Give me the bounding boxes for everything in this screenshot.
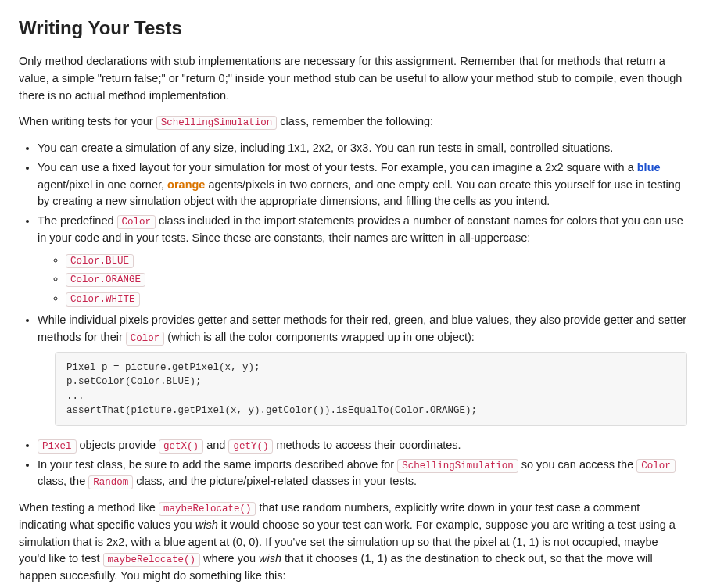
main-bullet-list: You can create a simulation of any size,… xyxy=(19,140,687,490)
text: class, the xyxy=(38,475,88,487)
text: class, remember the following: xyxy=(277,115,433,127)
text: In your test class, be sure to add the s… xyxy=(38,458,397,471)
list-item: Color.BLUE xyxy=(66,252,687,269)
text: agent/pixel in one corner, xyxy=(38,178,167,191)
text: objects provide xyxy=(77,439,159,451)
inline-code-mayberelocate: maybeRelocate() xyxy=(159,502,256,516)
inline-code-random: Random xyxy=(88,475,133,489)
inline-code-color-white: Color.WHITE xyxy=(66,292,140,307)
text: where you xyxy=(200,552,259,565)
inline-code-mayberelocate: maybeRelocate() xyxy=(103,553,201,567)
wish-italic: wish xyxy=(195,518,218,531)
wish-italic: wish xyxy=(259,552,281,565)
page-heading: Writing Your Tests xyxy=(19,14,687,42)
inline-code-color: Color xyxy=(636,459,676,473)
intro-paragraph-1: Only method declarations with stub imple… xyxy=(19,53,687,104)
text: so you can access the xyxy=(518,458,637,471)
color-constants-list: Color.BLUE Color.ORANGE Color.WHITE xyxy=(38,252,687,307)
bullet-simulation-size: You can create a simulation of any size,… xyxy=(38,140,687,157)
text: (which is all the color components wrapp… xyxy=(164,331,475,343)
list-item: Color.WHITE xyxy=(66,290,687,307)
inline-code-schellingsimulation: SchellingSimulation xyxy=(397,459,518,473)
bullet-fixed-layout: You can use a fixed layout for your simu… xyxy=(38,160,687,210)
inline-code-color-orange: Color.ORANGE xyxy=(66,273,145,287)
text: methods to access their coordinates. xyxy=(273,439,461,451)
bullet-color-class: The predefined Color class included in t… xyxy=(38,213,687,307)
intro-paragraph-2: When writing tests for your SchellingSim… xyxy=(19,113,687,131)
code-block-pixel-example: Pixel p = picture.getPixel(x, y); p.setC… xyxy=(55,352,687,426)
list-item: Color.ORANGE xyxy=(66,271,687,288)
text: and xyxy=(203,439,228,451)
bullet-pixel-coords: Pixel objects provide getX() and getY() … xyxy=(38,437,687,454)
text: When writing tests for your xyxy=(19,115,156,127)
inline-code-color: Color xyxy=(117,215,156,229)
text: When testing a method like xyxy=(19,501,159,514)
orange-text: orange xyxy=(167,178,205,191)
random-testing-paragraph: When testing a method like maybeRelocate… xyxy=(19,500,687,585)
bullet-imports: In your test class, be sure to add the s… xyxy=(38,457,687,491)
text: class, and the picture/pixel-related cla… xyxy=(133,475,417,487)
inline-code-getx: getX() xyxy=(159,439,203,454)
blue-text: blue xyxy=(637,161,661,174)
inline-code-gety: getY() xyxy=(228,439,273,454)
inline-code-color: Color xyxy=(126,332,165,346)
text: The predefined xyxy=(38,214,117,227)
inline-code-pixel: Pixel xyxy=(38,439,77,454)
text: You can use a fixed layout for your simu… xyxy=(38,161,637,174)
inline-code-schellingsimulation: SchellingSimulation xyxy=(156,116,278,130)
inline-code-color-blue: Color.BLUE xyxy=(66,254,134,268)
bullet-pixel-color-methods: While individual pixels provides getter … xyxy=(38,312,687,426)
